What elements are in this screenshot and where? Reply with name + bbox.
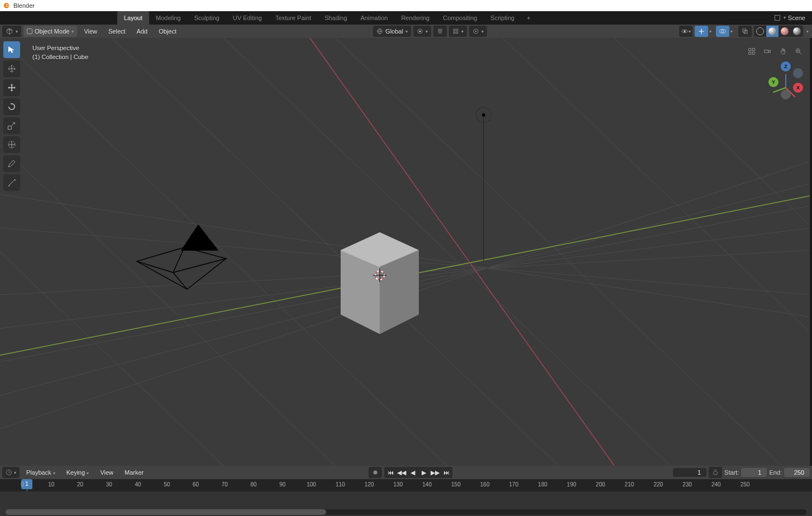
autokey-toggle[interactable]: [369, 467, 382, 478]
nav-grid-icon[interactable]: [745, 45, 758, 58]
timeline-menu-playback[interactable]: Playback ▾: [22, 469, 60, 476]
ruler-tick: 140: [422, 481, 432, 488]
transport-controls: ⏮ ◀◀ ◀ ▶ ▶▶ ⏭: [384, 467, 452, 478]
tab-animation[interactable]: Animation: [354, 11, 395, 25]
snap-target[interactable]: ▾: [449, 26, 467, 37]
menu-file[interactable]: File: [19, 12, 40, 23]
visibility-button[interactable]: ▾: [679, 26, 692, 37]
tool-cursor[interactable]: [3, 60, 20, 77]
pivot-point[interactable]: ▾: [413, 26, 431, 37]
menu-edit[interactable]: Edit: [40, 12, 62, 23]
shading-rendered[interactable]: [791, 26, 803, 37]
axis-neg-z[interactable]: [781, 89, 791, 99]
shading-material[interactable]: [778, 26, 791, 37]
menu-render[interactable]: Render: [62, 12, 93, 23]
shading-wireframe[interactable]: [754, 26, 766, 37]
nav-camera-view[interactable]: [761, 45, 774, 58]
axis-z[interactable]: Z: [781, 61, 791, 71]
viewport-menu-view[interactable]: View: [79, 28, 102, 35]
svg-line-27: [0, 38, 335, 466]
shading-solid[interactable]: [766, 26, 778, 37]
start-label: Start:: [724, 469, 739, 476]
overlay-toggle[interactable]: [716, 26, 729, 37]
tab-shading[interactable]: Shading: [318, 11, 354, 25]
xray-icon: [741, 27, 749, 35]
tool-select-box[interactable]: [3, 41, 20, 58]
navigation-cluster: Z X Y: [745, 45, 805, 101]
viewport-info: User Perspective (1) Collection | Cube: [32, 44, 88, 61]
timeline-menu-marker[interactable]: Marker: [120, 469, 148, 476]
jump-end[interactable]: ⏭: [441, 468, 451, 477]
viewport-3d[interactable]: User Perspective (1) Collection | Cube Z…: [0, 38, 812, 466]
jump-start[interactable]: ⏮: [385, 468, 395, 477]
tab-sculpting[interactable]: Sculpting: [188, 11, 226, 25]
ruler-tick: 110: [336, 481, 345, 488]
ruler-tick: 180: [538, 481, 547, 488]
tool-annotate[interactable]: [3, 155, 20, 172]
svg-point-2: [7, 5, 8, 6]
viewport-menu-object[interactable]: Object: [154, 28, 181, 35]
scene-selector[interactable]: ▾ Scene: [769, 12, 810, 24]
tab-layout[interactable]: Layout: [117, 11, 149, 25]
play-reverse[interactable]: ◀: [408, 468, 418, 477]
axis-neg-y[interactable]: [793, 68, 803, 78]
tab-texture-paint[interactable]: Texture Paint: [269, 11, 318, 25]
app-icon[interactable]: [6, 13, 16, 23]
tab-scripting[interactable]: Scripting: [484, 11, 521, 25]
gizmo-toggle[interactable]: [695, 26, 708, 37]
properties-panel-edge[interactable]: [810, 38, 812, 466]
timeline-track[interactable]: [0, 491, 812, 516]
mode-selector[interactable]: Object Mode ▾: [23, 26, 77, 37]
light-object[interactable]: [476, 107, 491, 123]
snap-increment-icon: [452, 28, 459, 35]
axis-gizmo[interactable]: Z X Y: [766, 61, 805, 101]
svg-rect-56: [752, 49, 754, 51]
proportional-edit[interactable]: ▾: [469, 26, 487, 37]
prev-keyframe[interactable]: ◀◀: [397, 468, 407, 477]
tool-move[interactable]: [3, 79, 20, 96]
timeline-ruler[interactable]: 1 01020304050607080901001101201301401501…: [0, 479, 812, 491]
nav-pan[interactable]: [776, 45, 790, 58]
tool-rotate[interactable]: [3, 98, 20, 115]
next-keyframe[interactable]: ▶▶: [430, 468, 440, 477]
shading-mode-group: [754, 26, 803, 37]
nav-zoom[interactable]: [792, 45, 805, 58]
tab-compositing[interactable]: Compositing: [436, 11, 484, 25]
timeline-editor-type[interactable]: ▾: [2, 467, 20, 478]
snap-toggle[interactable]: [433, 26, 447, 37]
timeline-header: ▾ Playback ▾ Keying ▾ View Marker ⏮ ◀◀ ◀…: [0, 466, 812, 479]
timeline-scrollbar[interactable]: [6, 509, 806, 515]
cube-object: [341, 232, 419, 334]
viewport-menu-add[interactable]: Add: [132, 28, 152, 35]
tab-rendering[interactable]: Rendering: [394, 11, 436, 25]
ruler-tick: 200: [596, 481, 605, 488]
svg-line-60: [799, 52, 801, 54]
xray-toggle[interactable]: [738, 26, 752, 37]
current-frame-field[interactable]: 1: [673, 468, 706, 477]
transform-orientation[interactable]: Global ▾: [373, 26, 411, 37]
svg-line-29: [112, 38, 558, 466]
svg-point-14: [684, 30, 686, 32]
axis-y[interactable]: Y: [768, 77, 778, 87]
editor-type-button[interactable]: ▾: [2, 26, 21, 37]
tool-scale[interactable]: [3, 117, 20, 134]
scrollbar-thumb[interactable]: [6, 509, 326, 515]
add-workspace-button[interactable]: +: [521, 11, 536, 25]
tool-measure[interactable]: [3, 174, 20, 191]
start-frame-field[interactable]: 1: [741, 468, 767, 477]
ruler-tick: 60: [193, 481, 199, 488]
tab-uv-editing[interactable]: UV Editing: [226, 11, 269, 25]
timeline-menu-keying[interactable]: Keying ▾: [62, 469, 94, 476]
tab-modeling[interactable]: Modeling: [149, 11, 188, 25]
tool-transform[interactable]: [3, 136, 20, 153]
timeline-menu-view[interactable]: View: [95, 469, 118, 476]
magnet-icon: [437, 28, 443, 35]
use-preview-range[interactable]: [709, 467, 722, 478]
eye-icon: [681, 27, 689, 35]
rendered-sphere-icon: [793, 27, 801, 35]
viewport-menu-select[interactable]: Select: [104, 28, 130, 35]
play-forward[interactable]: ▶: [419, 468, 429, 477]
ruler-tick: 220: [653, 481, 663, 488]
end-frame-field[interactable]: 250: [784, 468, 810, 477]
axis-x[interactable]: X: [793, 83, 803, 93]
